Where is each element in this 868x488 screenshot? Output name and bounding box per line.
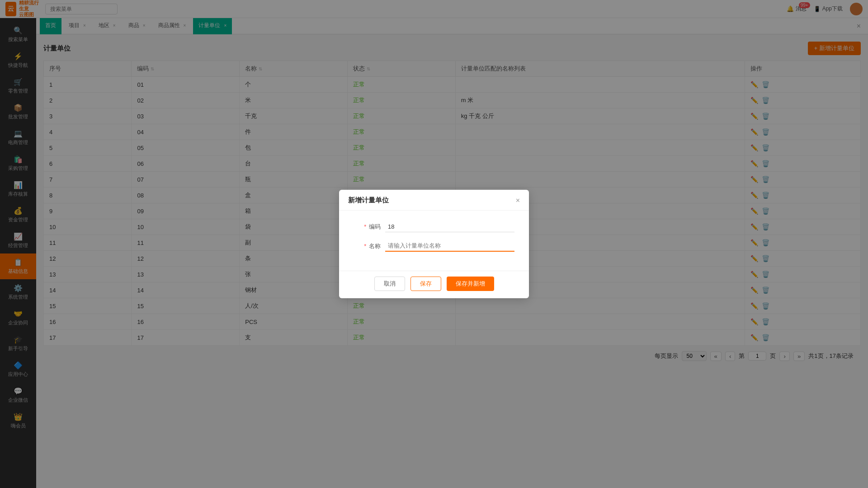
add-unit-modal: 新增计量单位 × * 编码 * 名称 取消 保存 保存并新增 xyxy=(339,190,529,298)
modal-header: 新增计量单位 × xyxy=(339,190,529,211)
save-and-new-button[interactable]: 保存并新增 xyxy=(447,277,494,291)
modal-title: 新增计量单位 xyxy=(348,196,389,205)
name-required: * xyxy=(364,243,366,249)
code-label: * 编码 xyxy=(354,223,381,231)
cancel-button[interactable]: 取消 xyxy=(374,277,405,291)
modal-body: * 编码 * 名称 xyxy=(339,211,529,271)
modal-overlay[interactable]: 新增计量单位 × * 编码 * 名称 取消 保存 保存并新增 xyxy=(0,0,868,488)
name-input[interactable] xyxy=(385,240,514,252)
form-row-code: * 编码 xyxy=(354,221,514,232)
form-row-name: * 名称 xyxy=(354,240,514,252)
code-input[interactable] xyxy=(385,221,514,232)
name-label: * 名称 xyxy=(354,242,381,250)
modal-close-button[interactable]: × xyxy=(516,197,520,205)
modal-footer: 取消 保存 保存并新增 xyxy=(339,271,529,298)
save-button[interactable]: 保存 xyxy=(410,277,441,291)
code-required: * xyxy=(364,223,366,230)
